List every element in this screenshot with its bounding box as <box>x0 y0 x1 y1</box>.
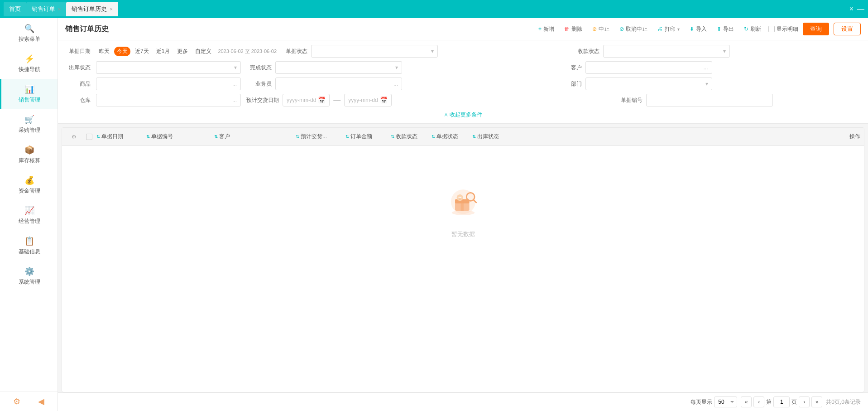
filter-delivery-from[interactable]: yyyy-mm-dd 📅 <box>283 94 330 106</box>
setting-button[interactable]: 设置 <box>834 23 861 35</box>
empty-icon <box>443 182 484 223</box>
order-status-arrow: ▾ <box>431 48 434 54</box>
print-arrow-icon: ▾ <box>677 27 680 32</box>
close-tab-sales-order[interactable]: × <box>58 6 61 12</box>
minimize-icon[interactable]: — <box>857 5 864 13</box>
btn-add[interactable]: + 新增 <box>536 24 557 35</box>
tab-sales-order-history[interactable]: 销售订单历史 × <box>66 2 118 16</box>
th-pay-status[interactable]: ⇅ 收款状态 <box>391 133 432 140</box>
filter-product[interactable]: ... <box>96 77 241 90</box>
date-btn-today[interactable]: 今天 <box>114 47 130 56</box>
btn-refresh[interactable]: ↻ 刷新 <box>741 24 764 35</box>
tab-home-label: 首页 <box>9 5 21 13</box>
close-tab-sales-order-history[interactable]: × <box>110 6 112 12</box>
sidebar-item-search-menu[interactable]: 🔍 搜索菜单 <box>0 18 58 48</box>
display-toggle-label: 显示明细 <box>777 25 798 33</box>
sidebar-item-inventory-calc[interactable]: 📦 库存核算 <box>0 140 58 170</box>
filter-dept[interactable]: ▾ <box>585 77 712 90</box>
calendar-to-icon[interactable]: 📅 <box>380 97 388 104</box>
sidebar-settings-btn[interactable]: ⚙ <box>13 396 20 406</box>
calendar-from-icon[interactable]: 📅 <box>318 97 326 104</box>
filter-stock-status[interactable]: ▾ <box>96 61 241 74</box>
per-page-select[interactable]: 20 50 100 <box>714 396 737 407</box>
filter-area: 单据日期 昨天 今天 近7天 近1月 更多 自定义 2023-06-02 至 2… <box>58 40 868 124</box>
sidebar-item-basic-info[interactable]: 📋 基础信息 <box>0 231 58 261</box>
label-order-status: 单据状态 <box>282 48 307 55</box>
ops-mgmt-icon: 📈 <box>24 206 34 216</box>
product-dots[interactable]: ... <box>232 81 237 87</box>
sidebar-item-sys-mgmt[interactable]: ⚙️ 系统管理 <box>0 261 58 291</box>
display-toggle[interactable]: 显示明细 <box>768 25 798 33</box>
sidebar-collapse-btn[interactable]: ◀ <box>38 396 44 406</box>
page-last-btn[interactable]: » <box>811 396 822 407</box>
tab-home[interactable]: 首页 <box>4 2 26 16</box>
label-customer: 客户 <box>556 64 582 72</box>
btn-delete[interactable]: 🗑 删除 <box>561 24 585 35</box>
th-delivery[interactable]: ⇅ 预计交货... <box>296 133 345 140</box>
btn-delete-label: 删除 <box>571 25 582 33</box>
page-input[interactable] <box>773 396 790 407</box>
sidebar-item-fund-mgmt[interactable]: 💰 资金管理 <box>0 170 58 200</box>
filter-order-num[interactable] <box>646 94 773 106</box>
toolbar: + 新增 🗑 删除 ⊘ 中止 ⊘ 取消中止 🖨 打印 <box>536 23 861 35</box>
sidebar-label-search-menu: 搜索菜单 <box>19 35 40 43</box>
collapse-conditions[interactable]: ∧ 收起更多条件 <box>65 110 861 119</box>
import-icon: ⬇ <box>690 26 694 32</box>
label-salesperson: 业务员 <box>246 80 272 88</box>
btn-stop[interactable]: ⊘ 中止 <box>590 24 612 35</box>
date-btn-1month[interactable]: 近1月 <box>153 47 173 56</box>
filter-salesperson[interactable]: ... <box>275 77 402 90</box>
table-area: ⚙ ⇅ 单据日期 ⇅ 单据编号 ⇅ 客户 ⇅ 预计交货. <box>62 127 864 392</box>
filter-order-status[interactable]: ▾ <box>311 45 438 58</box>
sidebar-item-sales-mgmt[interactable]: 📊 销售管理 <box>0 79 58 109</box>
customer-dots[interactable]: ... <box>703 64 708 71</box>
tab-sales-order[interactable]: 销售订单 × <box>26 2 66 16</box>
filter-pay-status[interactable]: ▾ <box>603 45 730 58</box>
filter-complete-status[interactable]: ▾ <box>275 61 402 74</box>
total-info: 共0页,0条记录 <box>826 398 861 406</box>
query-button[interactable]: 查询 <box>803 23 829 35</box>
th-amount[interactable]: ⇅ 订单金额 <box>345 133 391 140</box>
filter-warehouse[interactable]: ... <box>96 94 241 106</box>
stop-icon: ⊘ <box>592 26 597 32</box>
date-btn-yesterday[interactable]: 昨天 <box>96 47 112 56</box>
filter-delivery-to[interactable]: yyyy-mm-dd 📅 <box>344 94 391 106</box>
collapse-label: ∧ 收起更多条件 <box>444 111 482 118</box>
salesperson-dots[interactable]: ... <box>393 81 398 87</box>
sidebar-item-quick-nav[interactable]: ⚡ 快捷导航 <box>0 48 58 79</box>
page-prefix: 第 <box>766 398 772 406</box>
page-prev-btn[interactable]: ‹ <box>753 396 764 407</box>
th-customer[interactable]: ⇅ 客户 <box>214 133 296 140</box>
sidebar-item-purchase-mgmt[interactable]: 🛒 采购管理 <box>0 109 58 140</box>
cancel-stop-icon: ⊘ <box>619 26 624 32</box>
page-next-btn[interactable]: › <box>799 396 810 407</box>
page-first-btn[interactable]: « <box>741 396 752 407</box>
sales-mgmt-icon: 📊 <box>24 84 34 94</box>
btn-import-label: 导入 <box>696 25 707 33</box>
date-btn-7days[interactable]: 近7天 <box>132 47 152 56</box>
display-toggle-checkbox[interactable] <box>768 26 775 32</box>
inventory-calc-icon: 📦 <box>24 145 34 155</box>
filter-customer[interactable]: ... <box>585 61 712 74</box>
th-stock-status[interactable]: ⇅ 出库状态 <box>472 133 513 140</box>
th-settings[interactable]: ⚙ <box>66 134 82 140</box>
th-number[interactable]: ⇅ 单据编号 <box>146 133 214 140</box>
table-header: ⚙ ⇅ 单据日期 ⇅ 单据编号 ⇅ 客户 ⇅ 预计交货. <box>62 128 864 146</box>
btn-cancel-stop[interactable]: ⊘ 取消中止 <box>617 24 650 35</box>
sort-icon-order: ⇅ <box>432 134 435 139</box>
sidebar-item-ops-mgmt[interactable]: 📈 经营管理 <box>0 200 58 231</box>
btn-import[interactable]: ⬇ 导入 <box>687 24 710 35</box>
date-btn-custom[interactable]: 自定义 <box>192 47 214 56</box>
date-range-separator: — <box>333 96 340 104</box>
th-checkbox[interactable] <box>82 134 96 140</box>
label-dept: 部门 <box>556 80 582 88</box>
th-date[interactable]: ⇅ 单据日期 <box>96 133 146 140</box>
th-order-status[interactable]: ⇅ 单据状态 <box>432 133 472 140</box>
filter-row-2: 出库状态 ▾ 完成状态 ▾ 客户 ... <box>65 61 861 74</box>
sidebar-label-quick-nav: 快捷导航 <box>19 66 40 73</box>
btn-export[interactable]: ⬆ 导出 <box>714 24 737 35</box>
btn-print[interactable]: 🖨 打印 ▾ <box>655 24 682 35</box>
date-btn-more[interactable]: 更多 <box>174 47 191 56</box>
close-window-icon[interactable]: × <box>849 5 854 13</box>
warehouse-dots[interactable]: ... <box>232 97 237 103</box>
